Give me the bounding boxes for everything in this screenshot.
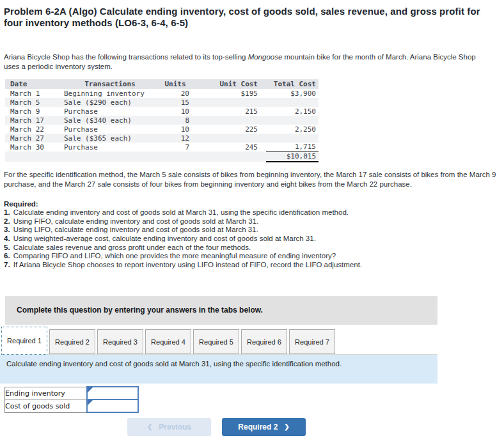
chevron-right-icon: ❯ <box>284 424 289 430</box>
specific-identification-paragraph: For the specific identification method, … <box>4 170 503 189</box>
intro-paragraph: Ariana Bicycle Shop has the following tr… <box>4 52 484 71</box>
transactions-table: Date Transactions Units Unit Cost Total … <box>5 79 319 162</box>
answer-table: Ending inventory Cost of goods sold <box>4 386 139 413</box>
complete-question-banner: Complete this question by entering your … <box>5 296 437 325</box>
required-item: 5. Calculate sales revenue and gross pro… <box>4 244 504 253</box>
previous-button-label: Previous <box>159 423 191 431</box>
tab-required-6[interactable]: Required 6 <box>241 329 287 354</box>
table-row: March 5 Sale ($290 each) 15 <box>5 98 319 107</box>
ending-inventory-input[interactable] <box>88 388 138 400</box>
col-header-date: Date <box>5 79 63 89</box>
required-item: 2. Using FIFO, calculate ending inventor… <box>4 217 504 226</box>
intro-text-italic: Mongoose <box>248 53 283 61</box>
col-header-total-cost: Total Cost <box>266 79 319 89</box>
col-header-unit-cost: Unit Cost <box>197 79 266 89</box>
table-row: March 17 Sale ($340 each) 8 <box>5 116 319 125</box>
page-title: Problem 6-2A (Algo) Calculate ending inv… <box>4 6 501 29</box>
tab-required-4[interactable]: Required 4 <box>145 329 191 354</box>
col-header-transactions: Transactions <box>63 79 157 89</box>
required-item: 3. Using LIFO, calculate ending inventor… <box>4 226 504 235</box>
problem-page: Problem 6-2A (Algo) Calculate ending inv… <box>0 0 504 443</box>
footer-navigation: ❮ Previous Required 2 ❯ <box>127 418 504 436</box>
required-item: 6. Comparing FIFO and LIFO, which one pr… <box>4 252 504 261</box>
table-total-row: $10,015 <box>5 152 319 162</box>
table-header-row: Date Transactions Units Unit Cost Total … <box>5 79 319 89</box>
required-item: 1. Calculate ending inventory and cost o… <box>4 208 504 217</box>
input-corner-marker-icon <box>88 387 93 392</box>
required-item: 7. If Ariana Bicycle Shop chooses to rep… <box>4 261 504 270</box>
required-section: Required: 1. Calculate ending inventory … <box>4 200 504 270</box>
cost-of-goods-sold-label: Cost of goods sold <box>5 400 87 412</box>
ending-inventory-label: Ending inventory <box>5 387 87 400</box>
col-header-units: Units <box>157 79 197 89</box>
tab-required-2[interactable]: Required 2 <box>49 329 95 354</box>
table-row: March 9 Purchase 10 215 2,150 <box>5 107 319 116</box>
table-row: March 30 Purchase 7 245 1,715 <box>5 143 319 152</box>
intro-text-pre: Ariana Bicycle Shop has the following tr… <box>4 53 248 61</box>
previous-button[interactable]: ❮ Previous <box>127 418 211 436</box>
tab-required-1[interactable]: Required 1 <box>1 327 47 355</box>
chevron-left-icon: ❮ <box>147 424 152 430</box>
input-corner-marker-icon <box>88 400 93 405</box>
ending-inventory-cell <box>87 387 138 400</box>
tab-required-3[interactable]: Required 3 <box>97 329 143 354</box>
required-tabs: Required 1 Required 2 Required 3 Require… <box>1 327 437 355</box>
cost-of-goods-sold-cell <box>87 400 138 412</box>
tab-required-5[interactable]: Required 5 <box>193 329 239 354</box>
next-button-label: Required 2 <box>238 423 278 431</box>
cost-of-goods-sold-input[interactable] <box>88 401 138 412</box>
answer-row: Cost of goods sold <box>5 400 138 412</box>
required-item: 4. Using weighted-average cost, calculat… <box>4 235 504 244</box>
tab-required-7[interactable]: Required 7 <box>289 329 335 354</box>
tab-instruction-box: Calculate ending inventory and cost of g… <box>0 355 437 384</box>
answer-row: Ending inventory <box>5 387 138 400</box>
table-row: March 27 Sale ($365 each) 12 <box>5 134 319 143</box>
table-row: March 1 Beginning inventory 20 $195 $3,9… <box>5 89 319 98</box>
table-total-cost: $10,015 <box>266 152 319 162</box>
required-heading: Required: <box>4 200 504 209</box>
table-row: March 22 Purchase 10 225 2,250 <box>5 125 319 134</box>
required-2-next-button[interactable]: Required 2 ❯ <box>222 418 306 436</box>
